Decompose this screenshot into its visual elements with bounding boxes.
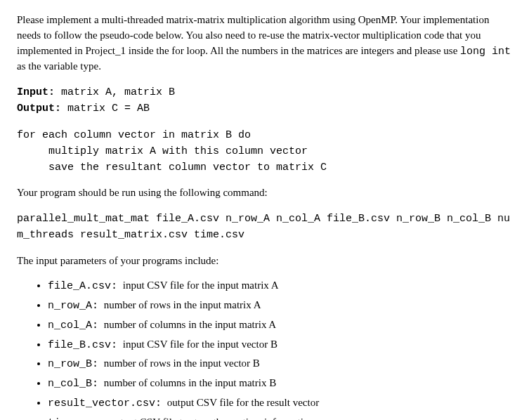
param-name: result_vector.csv: [48, 398, 162, 409]
command-line: parallel_mult_mat_mat file_A.csv n_row_A… [17, 211, 512, 244]
list-item: result_vector.csv: output CSV file for t… [48, 395, 512, 412]
io-block: Input: matrix A, matrix B Output: matrix… [17, 84, 512, 117]
list-item: n_row_A: number of rows in the input mat… [48, 298, 512, 314]
input-line: Input: matrix A, matrix B [17, 84, 512, 100]
list-item: file_B.csv: input CSV file for the input… [48, 337, 512, 353]
param-name: file_B.csv: [48, 339, 117, 351]
param-desc: number of columns in the input matrix B [101, 377, 276, 388]
intro-text-b: as the variable type. [17, 60, 101, 72]
params-list: file_A.csv: input CSV file for the input… [17, 278, 512, 420]
input-text: matrix A, matrix B [55, 86, 175, 98]
intro-code: long int [460, 46, 511, 58]
run-sentence: Your program should be run using the fol… [17, 185, 512, 201]
param-desc: output CSV file to store the runtime inf… [107, 416, 317, 421]
param-desc: input CSV file for the input vector B [120, 339, 277, 350]
param-desc: number of rows in the input matrix A [101, 299, 261, 310]
param-name: n_col_B: [48, 378, 98, 390]
param-name: n_row_B: [48, 358, 98, 370]
output-line: Output: matrix C = AB [17, 100, 512, 117]
list-item: file_A.csv: input CSV file for the input… [48, 278, 512, 294]
output-label: Output: [17, 103, 61, 114]
param-desc: number of rows in the input vector B [101, 357, 260, 369]
params-sentence: The input parameters of your programs in… [17, 254, 512, 269]
intro-paragraph: Please implement a multi-threaded matrix… [17, 13, 512, 74]
param-desc: number of columns in the input matrix A [101, 319, 276, 330]
param-desc: output CSV file for the result vector [164, 397, 319, 408]
intro-text-a: Please implement a multi-threaded matrix… [17, 14, 489, 56]
param-name: n_row_A: [48, 300, 98, 312]
list-item: n_col_B: number of columns in the input … [48, 376, 512, 392]
param-name: n_col_A: [48, 320, 98, 332]
list-item: time.csv: output CSV file to store the r… [48, 415, 512, 421]
input-label: Input: [17, 86, 55, 98]
output-text: matrix C = AB [61, 103, 150, 114]
param-desc: input CSV file for the input matrix A [120, 280, 279, 291]
param-name: time.csv: [48, 417, 105, 421]
list-item: n_row_B: number of rows in the input vec… [48, 356, 512, 372]
list-item: n_col_A: number of columns in the input … [48, 317, 512, 334]
param-name: file_A.csv: [48, 280, 117, 292]
pseudocode-block: for each column vector in matrix B do mu… [17, 127, 512, 176]
